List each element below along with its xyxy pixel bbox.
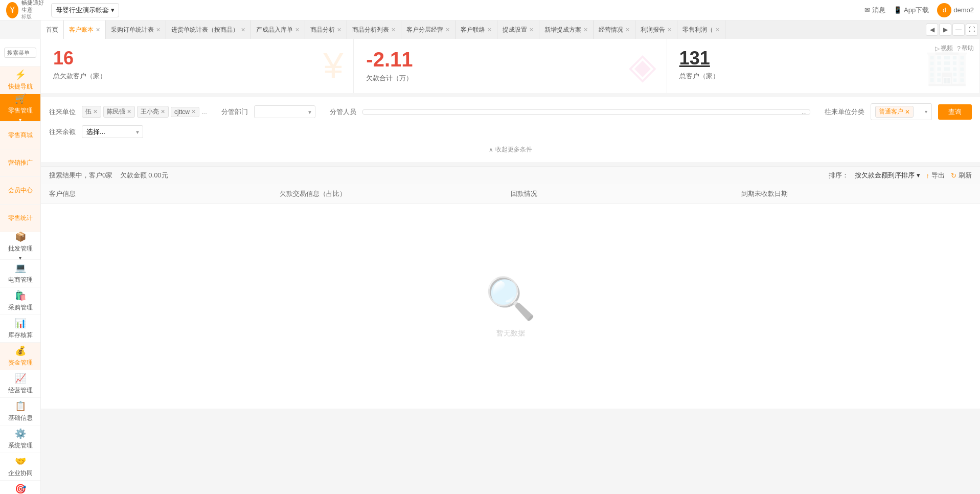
tab-close-business-status[interactable]: ✕ — [625, 27, 630, 33]
sidebar-item-inventory[interactable]: 📊 库存核算 — [0, 315, 40, 343]
tab-close-profit-report[interactable]: ✕ — [667, 27, 672, 33]
tab-close-instock-stats[interactable]: ✕ — [241, 27, 245, 33]
tab-product-instock[interactable]: 产成品入库单 ✕ — [251, 20, 305, 39]
goods-analysis-list-tab-label: 商品分析列表 — [352, 26, 389, 34]
tab-close-purchase-order[interactable]: ✕ — [156, 27, 161, 33]
unit-category-tag-remove[interactable]: ✕ — [905, 108, 910, 116]
tab-expand-btn[interactable]: ⛶ — [966, 24, 978, 36]
dept-select[interactable] — [254, 105, 315, 118]
tab-purchase-order[interactable]: 采购订单统计表 ✕ — [106, 20, 166, 39]
person-more-dots: ... — [802, 108, 807, 116]
tab-close-customers[interactable]: ✕ — [96, 27, 100, 33]
stat-label-total-debt: 欠款合计（万） — [366, 74, 654, 83]
unit-tag-wu[interactable]: 伍 ✕ — [82, 106, 101, 118]
sidebar-item-basic[interactable]: 📋 基础信息 — [0, 398, 40, 425]
tab-close-product-instock[interactable]: ✕ — [295, 27, 300, 33]
video-action[interactable]: ▷ 视频 — [935, 44, 953, 53]
tab-goods-analysis-list[interactable]: 商品分析列表 ✕ — [347, 20, 401, 39]
sidebar-search[interactable] — [0, 39, 40, 66]
tab-close-promo-settings[interactable]: ✕ — [529, 27, 534, 33]
tab-profit-report[interactable]: 利润报告 ✕ — [635, 20, 677, 39]
unit-category-select[interactable]: 普通客户 ✕ ▾ — [871, 103, 932, 120]
help-label: 帮助 — [962, 44, 974, 53]
unit-tag-wang-remove[interactable]: ✕ — [161, 108, 165, 115]
sidebar-item-system[interactable]: ⚙️ 系统管理 — [0, 425, 40, 453]
sidebar-item-quick-nav[interactable]: ⚡ 快捷导航 — [0, 66, 40, 94]
collapse-button[interactable]: ∧ 收起更多条件 — [489, 145, 532, 154]
tab-close-retail-profit[interactable]: ✕ — [715, 27, 720, 33]
person-input[interactable]: ... — [362, 109, 810, 115]
table-col-customer-info: 客户信息 — [49, 189, 280, 198]
sidebar-item-retail[interactable]: 🛒 零售管理 ▾ — [0, 94, 40, 122]
unit-tag-chen-text: 陈民强 — [107, 107, 125, 116]
sort-value[interactable]: 按欠款金额到序排序 ▾ — [855, 171, 920, 180]
export-label: 导出 — [931, 171, 945, 180]
sidebar-item-retail-mall[interactable]: 零售商城 — [0, 122, 40, 149]
export-icon: ↑ — [926, 172, 930, 179]
debt-amount-text: 欠款金额 0.00元 — [120, 171, 168, 179]
message-action[interactable]: ✉ 消息 — [864, 6, 885, 15]
unit-tag-wang[interactable]: 王小亮 ✕ — [137, 106, 169, 118]
amount-select[interactable]: 选择... — [82, 125, 143, 138]
sidebar-item-label-retail: 零售管理 — [8, 106, 33, 115]
sidebar-item-finance[interactable]: 💰 资金管理 — [0, 343, 40, 370]
unit-tags: 伍 ✕ 陈民强 ✕ 王小亮 ✕ cjttcw ✕ ... — [82, 106, 207, 118]
unit-more-dots[interactable]: ... — [201, 108, 207, 116]
unit-tag-wu-remove[interactable]: ✕ — [93, 108, 98, 115]
refresh-action[interactable]: ↻ 刷新 — [951, 171, 972, 180]
refresh-label: 刷新 — [959, 171, 972, 180]
stat-card-total-customers: 🏢 131 总客户（家） — [667, 39, 980, 93]
tab-promo-settings[interactable]: 提成设置 ✕ — [497, 20, 539, 39]
tab-retail-profit[interactable]: 零售利润（ ✕ — [677, 20, 725, 39]
tab-goods-analysis[interactable]: 商品分析 ✕ — [305, 20, 347, 39]
tab-customers[interactable]: 客户账本 ✕ — [64, 20, 106, 39]
newbie-icon: 🎯 — [15, 483, 26, 494]
stat-label-debt-customers: 总欠款客户（家） — [53, 72, 341, 81]
tab-customer-contact[interactable]: 客户联络 ✕ — [455, 20, 497, 39]
tab-close-goods-analysis-list[interactable]: ✕ — [391, 27, 396, 33]
amount-select-wrap[interactable]: 选择... — [82, 125, 143, 138]
unit-tag-cjttcw-remove[interactable]: ✕ — [191, 108, 196, 115]
tab-new-promo[interactable]: 新增提成方案 ✕ — [539, 20, 594, 39]
query-button[interactable]: 查询 — [938, 104, 972, 120]
workspace-chevron: ▾ — [111, 6, 115, 14]
tab-close-new-promo[interactable]: ✕ — [583, 27, 588, 33]
help-action[interactable]: ? 帮助 — [957, 44, 974, 53]
tab-next-btn[interactable]: ▶ — [939, 24, 951, 36]
stat-actions: ▷ 视频 ? 帮助 — [935, 44, 974, 53]
tab-close-customer-tier[interactable]: ✕ — [445, 27, 450, 33]
sidebar-item-newbie[interactable]: 🎯 新手引导 — [0, 481, 40, 494]
tab-home[interactable]: 首页 — [41, 20, 64, 39]
sidebar-item-retail-stats[interactable]: 零售统计 — [0, 205, 40, 232]
sidebar-item-ecommerce[interactable]: 💻 电商管理 — [0, 260, 40, 287]
app-download-action[interactable]: 📱 App下载 — [894, 6, 929, 15]
sidebar-item-enterprise-collab[interactable]: 🤝 企业协同 — [0, 453, 40, 481]
user-action[interactable]: d demo2 — [937, 3, 974, 17]
unit-tag-chen[interactable]: 陈民强 ✕ — [103, 106, 135, 118]
unit-tag-chen-remove[interactable]: ✕ — [127, 108, 131, 115]
sidebar-item-member[interactable]: 会员中心 — [0, 177, 40, 205]
person-label: 分管人员 — [330, 107, 356, 117]
tab-prev-btn[interactable]: ◀ — [926, 24, 938, 36]
stat-label-total-customers: 总客户（家） — [679, 72, 967, 81]
message-icon: ✉ — [864, 6, 870, 14]
tab-minimize-btn[interactable]: — — [952, 24, 965, 36]
sidebar-item-wholesale[interactable]: 📦 批发管理 ▾ — [0, 232, 40, 260]
sidebar-item-purchase[interactable]: 🛍️ 采购管理 — [0, 287, 40, 315]
tab-instock-stats[interactable]: 进货单统计表（按商品） ✕ — [166, 20, 251, 39]
sidebar-item-label-inventory: 库存核算 — [8, 331, 33, 340]
export-action[interactable]: ↑ 导出 — [926, 171, 945, 180]
tab-business-status[interactable]: 经营情况 ✕ — [594, 20, 635, 39]
table-col-debt-info: 欠款交易信息（占比） — [280, 189, 510, 198]
tab-close-customer-contact[interactable]: ✕ — [487, 27, 492, 33]
sidebar-item-marketing[interactable]: 营销推广 — [0, 149, 40, 177]
dept-select-wrap[interactable] — [254, 105, 315, 118]
tab-customer-tier[interactable]: 客户分层经营 ✕ — [401, 20, 455, 39]
workspace-select[interactable]: 母婴行业演示帐套 ▾ — [51, 3, 119, 17]
sidebar-item-operation[interactable]: 📈 经营管理 — [0, 370, 40, 398]
sidebar-item-label-member: 会员中心 — [8, 186, 33, 195]
unit-tag-cjttcw[interactable]: cjttcw ✕ — [171, 107, 199, 117]
stat-value-debt-customers: 16 — [53, 49, 341, 68]
tab-close-goods-analysis[interactable]: ✕ — [337, 27, 341, 33]
search-input[interactable] — [4, 48, 36, 58]
